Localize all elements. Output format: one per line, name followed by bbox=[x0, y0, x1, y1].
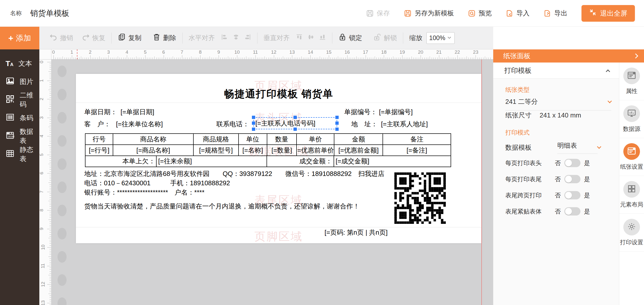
chevron-up-icon bbox=[606, 69, 610, 74]
save-icon bbox=[366, 10, 374, 17]
design-canvas[interactable]: 页眉区域 畅捷通打印模板 销货单 表头区域 单据日期：[=单据日期] 单据编号：… bbox=[51, 59, 493, 305]
data-source-icon bbox=[627, 108, 636, 119]
feed-hole bbox=[57, 251, 67, 263]
template-name[interactable]: 销货单模板 bbox=[30, 8, 69, 19]
resize-handle[interactable] bbox=[252, 121, 255, 125]
field-date[interactable]: 单据日期：[=单据日期] bbox=[84, 108, 154, 116]
resize-handle[interactable] bbox=[252, 116, 255, 119]
sidebar-item-statictable[interactable]: 静态表 bbox=[0, 145, 39, 163]
feed-hole bbox=[57, 274, 67, 286]
import-icon bbox=[506, 10, 513, 17]
rail-item-paper-settings[interactable]: 纸张设置 bbox=[619, 138, 644, 176]
exit-fullscreen-button[interactable]: 退出全屏 bbox=[581, 5, 635, 22]
delete-button[interactable]: 删除 bbox=[153, 33, 176, 43]
data-template-select[interactable]: 数据模板 明细表 bbox=[505, 141, 611, 154]
paper-settings-icon bbox=[627, 146, 636, 157]
copy-button[interactable]: 复制 bbox=[118, 33, 141, 43]
document-title[interactable]: 畅捷通打印模板 销货单 bbox=[76, 87, 481, 101]
selected-element-phone[interactable]: [=主联系人电话号码] bbox=[253, 117, 337, 129]
resize-handle[interactable] bbox=[335, 128, 339, 131]
print-template-section[interactable]: 打印模板 bbox=[493, 63, 619, 79]
rail-item-print-settings[interactable]: 打印设置 bbox=[619, 214, 644, 252]
field-address[interactable]: 地 址：[=主联系人地址] bbox=[351, 120, 428, 129]
vertical-align-group: 垂直对齐 bbox=[264, 34, 326, 42]
save-as-button[interactable]: 另存为新模板 bbox=[404, 9, 454, 18]
align-center-h-icon[interactable] bbox=[232, 34, 240, 42]
toggle-row-footer-attach: 表尾紧贴表体否 是 bbox=[505, 207, 611, 216]
export-button[interactable]: 导出 bbox=[544, 9, 567, 18]
feed-hole bbox=[57, 66, 67, 77]
items-table[interactable]: 行号 商品名称 商品规格 单位 数量 单价 金额 备注 [=行号] [=商品名称… bbox=[85, 133, 451, 156]
page-number-field[interactable]: [=页码: 第n页 | 共n页] bbox=[325, 228, 388, 237]
app-header: 名称 销货单模板 保存 另存为新模板 预览 导入 导出 bbox=[0, 0, 644, 27]
field-customer[interactable]: 客 户：[=往来单位名称] bbox=[84, 120, 163, 129]
preview-icon bbox=[468, 10, 476, 17]
toggle-footer-attach-body[interactable] bbox=[564, 207, 580, 216]
save-as-icon bbox=[404, 10, 412, 17]
zoom-select[interactable]: 100% bbox=[426, 32, 455, 44]
toggle-row-footer-span: 表尾跨页打印否 是 bbox=[505, 191, 611, 199]
template-page[interactable]: 页眉区域 畅捷通打印模板 销货单 表头区域 单据日期：[=单据日期] 单据编号：… bbox=[76, 74, 481, 243]
print-template-designer: 名称 销货单模板 保存 另存为新模板 预览 导入 导出 bbox=[0, 0, 644, 305]
paper-type-heading: 纸张类型 bbox=[505, 86, 530, 94]
add-button[interactable]: + 添加 bbox=[0, 27, 39, 49]
resize-handle[interactable] bbox=[335, 116, 339, 119]
field-doc-no[interactable]: 单据编号：[=单据编号] bbox=[344, 108, 413, 116]
feed-hole bbox=[57, 89, 67, 100]
import-button[interactable]: 导入 bbox=[506, 9, 530, 18]
toggle-print-header[interactable] bbox=[564, 159, 580, 167]
data-table-icon: 101001 bbox=[6, 131, 15, 142]
properties-icon bbox=[627, 71, 636, 81]
table-data-row: [=行号] [=商品名称] [=规格型号] [=名称] [=数量] =优惠前单价… bbox=[85, 145, 451, 156]
sidebar-item-datatable[interactable]: 101001 数据表 bbox=[0, 127, 39, 145]
sidebar-item-text[interactable]: TA 文本 bbox=[0, 54, 39, 73]
unlock-button[interactable]: 解锁 bbox=[373, 33, 397, 43]
paper-panel-header[interactable]: 纸张面板 bbox=[493, 49, 644, 63]
feed-hole bbox=[57, 158, 67, 170]
rail-item-element-layout[interactable]: 元素布局 bbox=[619, 176, 644, 214]
toggle-row-print-header: 每页打印表头否 是 bbox=[505, 159, 611, 167]
layout-icon bbox=[627, 184, 636, 195]
watermark-page-footer-area: 页脚区域 bbox=[76, 229, 481, 244]
feed-hole bbox=[57, 112, 67, 124]
align-left-icon[interactable] bbox=[221, 34, 228, 42]
undo-icon bbox=[49, 33, 57, 43]
footer-text-block[interactable]: 地址：北京市海淀区北清路68号用友软件园 QQ：393879122 微信号：18… bbox=[84, 169, 392, 211]
toolbar: 撤销 恢复 复制 删除 水平对齐 垂直对齐 bbox=[39, 27, 493, 49]
table-footer-row[interactable]: 本单上欠： [=往来余额] 成交金额： [=成交金额] bbox=[85, 156, 451, 167]
toggle-footer-span-pages[interactable] bbox=[564, 191, 580, 199]
preview-button[interactable]: 预览 bbox=[468, 9, 492, 18]
resize-handle[interactable] bbox=[252, 128, 255, 131]
undo-button[interactable]: 撤销 bbox=[49, 33, 73, 43]
lock-button[interactable]: 锁定 bbox=[338, 33, 362, 43]
align-right-icon[interactable] bbox=[244, 34, 251, 42]
feed-hole bbox=[57, 181, 67, 193]
feed-hole bbox=[57, 228, 67, 239]
align-top-icon[interactable] bbox=[296, 34, 303, 42]
text-icon: TA bbox=[6, 60, 13, 67]
resize-handle[interactable] bbox=[294, 116, 297, 119]
feed-hole bbox=[57, 205, 67, 216]
resize-handle[interactable] bbox=[335, 121, 339, 125]
sidebar-item-image[interactable]: 图片 bbox=[0, 73, 39, 91]
resize-handle[interactable] bbox=[294, 128, 297, 131]
rail-item-properties[interactable]: 属性 bbox=[619, 63, 644, 100]
print-mode-heading: 打印模式 bbox=[505, 129, 530, 137]
paper-type-select[interactable]: 241 二等分 bbox=[505, 97, 611, 110]
toggle-print-footer[interactable] bbox=[564, 175, 580, 183]
qr-code[interactable] bbox=[394, 172, 446, 224]
unlock-icon bbox=[373, 33, 381, 43]
name-label: 名称 bbox=[10, 9, 22, 17]
align-middle-icon[interactable] bbox=[307, 34, 314, 42]
sidebar-item-barcode[interactable]: 条码 bbox=[0, 109, 39, 127]
save-button[interactable]: 保存 bbox=[366, 9, 390, 18]
section-divider bbox=[76, 227, 481, 227]
paper-size-row: 纸张尺寸 241 x 140 mm bbox=[505, 111, 611, 120]
align-bottom-icon[interactable] bbox=[319, 34, 326, 42]
sidebar-item-qrcode[interactable]: 二维码 bbox=[0, 91, 39, 109]
rail-item-datasource[interactable]: 数据源 bbox=[619, 100, 644, 138]
redo-button[interactable]: 恢复 bbox=[82, 33, 105, 43]
chevron-right-icon bbox=[633, 53, 638, 58]
image-icon bbox=[6, 76, 15, 87]
static-table-icon bbox=[6, 149, 15, 160]
